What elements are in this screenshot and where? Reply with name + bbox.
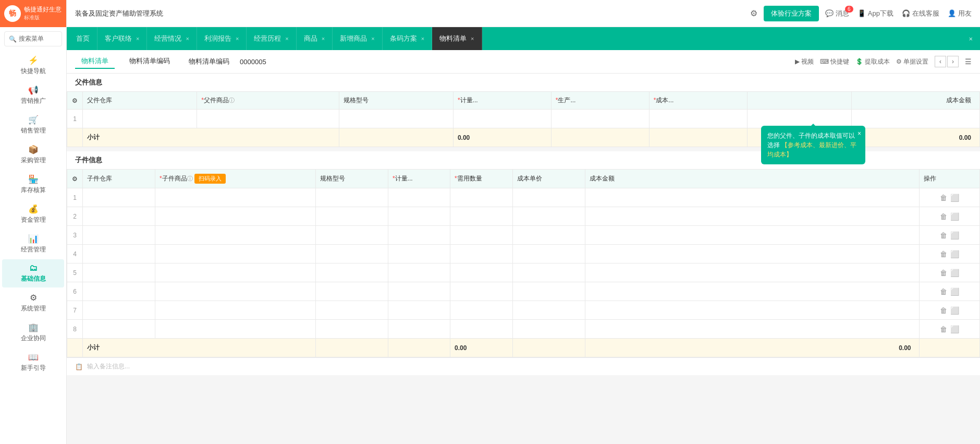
sidebar-item-inventory[interactable]: 🏪 库存核算 <box>2 170 64 199</box>
child-spec-4[interactable] <box>315 245 388 263</box>
page-tab-bom[interactable]: 物料清单 <box>75 54 115 69</box>
delete-icon-8[interactable]: 🗑 <box>940 325 947 333</box>
child-unit-5[interactable] <box>388 263 450 282</box>
child-unit-price-5[interactable] <box>513 263 585 282</box>
tab-profit[interactable]: 利润报告 × <box>197 27 247 50</box>
parent-production-1[interactable] <box>551 110 649 128</box>
child-product-1[interactable] <box>155 188 315 207</box>
child-unit-4[interactable] <box>388 245 450 263</box>
child-warehouse-5[interactable] <box>83 263 155 282</box>
sidebar-item-basic-info[interactable]: 🗂 基础信息 <box>2 259 64 287</box>
sidebar-item-purchase[interactable]: 📦 采购管理 <box>2 140 64 169</box>
scan-button[interactable]: 扫码录入 <box>194 174 226 184</box>
child-product-8[interactable] <box>155 320 315 339</box>
search-menu-button[interactable]: 🔍 搜索菜单 <box>4 31 62 46</box>
copy-icon-6[interactable]: ⬜ <box>950 287 959 296</box>
child-warehouse-7[interactable] <box>83 301 155 320</box>
view-mode-button[interactable]: ☰ <box>965 57 972 66</box>
child-unit-3[interactable] <box>388 226 450 245</box>
parent-product-1[interactable] <box>197 110 339 128</box>
tab-customer[interactable]: 客户联络 × <box>97 27 147 50</box>
doc-settings-action[interactable]: ⚙ 单据设置 <box>896 57 928 66</box>
child-product-3[interactable] <box>155 226 315 245</box>
child-unit-price-4[interactable] <box>513 245 585 263</box>
copy-icon-8[interactable]: ⬜ <box>950 325 959 333</box>
child-qty-3[interactable] <box>450 226 513 245</box>
delete-icon-3[interactable]: 🗑 <box>940 231 947 239</box>
sidebar-item-operations[interactable]: 📊 经营管理 <box>2 230 64 258</box>
user-menu-button[interactable]: 👤 用友 <box>948 9 972 18</box>
tab-new-goods[interactable]: 新增商品 × <box>333 27 382 50</box>
tab-operations[interactable]: 经营情况 × <box>147 27 197 50</box>
parent-cost-1[interactable] <box>649 110 747 128</box>
child-unit-1[interactable] <box>388 188 450 207</box>
copy-icon-2[interactable]: ⬜ <box>950 212 959 221</box>
delete-icon-2[interactable]: 🗑 <box>940 212 947 221</box>
sidebar-item-sales[interactable]: 🛒 销售管理 <box>2 111 64 139</box>
copy-icon-3[interactable]: ⬜ <box>950 231 959 239</box>
copy-icon-5[interactable]: ⬜ <box>950 269 959 277</box>
child-qty-1[interactable] <box>450 188 513 207</box>
child-warehouse-1[interactable] <box>83 188 155 207</box>
child-unit-6[interactable] <box>388 282 450 301</box>
sidebar-item-guide[interactable]: 📖 新手引导 <box>2 348 64 377</box>
child-unit-price-1[interactable] <box>513 188 585 207</box>
video-action[interactable]: ▶ 视频 <box>795 57 814 66</box>
sidebar-item-system[interactable]: ⚙ 系统管理 <box>2 289 64 317</box>
child-warehouse-2[interactable] <box>83 207 155 226</box>
child-product-5[interactable] <box>155 263 315 282</box>
child-unit-7[interactable] <box>388 301 450 320</box>
delete-icon-4[interactable]: 🗑 <box>940 250 947 258</box>
child-warehouse-8[interactable] <box>83 320 155 339</box>
parent-unit-1[interactable] <box>453 110 551 128</box>
tab-close-barcode[interactable]: × <box>421 35 424 42</box>
sidebar-item-enterprise[interactable]: 🏢 企业协同 <box>2 318 64 347</box>
child-spec-6[interactable] <box>315 282 388 301</box>
child-spec-8[interactable] <box>315 320 388 339</box>
tab-close-new-goods[interactable]: × <box>371 35 374 42</box>
child-warehouse-6[interactable] <box>83 282 155 301</box>
tab-close-operations[interactable]: × <box>186 35 189 42</box>
child-spec-5[interactable] <box>315 263 388 282</box>
child-unit-price-8[interactable] <box>513 320 585 339</box>
tab-history[interactable]: 经营历程 × <box>247 27 296 50</box>
delete-icon-5[interactable]: 🗑 <box>940 269 947 277</box>
page-tab-code[interactable]: 物料清单编码 <box>123 54 176 69</box>
note-text[interactable]: 输入备注信息... <box>87 362 130 371</box>
next-arrow[interactable]: › <box>947 56 959 67</box>
child-qty-8[interactable] <box>450 320 513 339</box>
delete-icon-6[interactable]: 🗑 <box>940 287 947 296</box>
child-unit-price-7[interactable] <box>513 301 585 320</box>
child-unit-8[interactable] <box>388 320 450 339</box>
parent-warehouse-1[interactable] <box>83 110 197 128</box>
tab-bom[interactable]: 物料清单 × <box>432 27 482 50</box>
child-unit-price-2[interactable] <box>513 207 585 226</box>
child-spec-1[interactable] <box>315 188 388 207</box>
child-product-4[interactable] <box>155 245 315 263</box>
close-all-tabs[interactable]: × <box>963 35 978 43</box>
experience-button[interactable]: 体验行业方案 <box>764 6 819 21</box>
extract-cost-action[interactable]: 💲 提取成本 <box>855 57 890 66</box>
parent-spec-1[interactable] <box>339 110 453 128</box>
child-warehouse-3[interactable] <box>83 226 155 245</box>
tab-barcode[interactable]: 条码方案 × <box>383 27 432 50</box>
child-product-7[interactable] <box>155 301 315 320</box>
child-qty-5[interactable] <box>450 263 513 282</box>
child-spec-2[interactable] <box>315 207 388 226</box>
online-service-button[interactable]: 🎧 在线客服 <box>902 9 939 18</box>
tab-close-bom[interactable]: × <box>471 35 474 42</box>
child-qty-7[interactable] <box>450 301 513 320</box>
child-spec-7[interactable] <box>315 301 388 320</box>
copy-icon-4[interactable]: ⬜ <box>950 250 959 258</box>
child-product-6[interactable] <box>155 282 315 301</box>
sidebar-item-marketing[interactable]: 📢 营销推广 <box>2 81 64 110</box>
prev-arrow[interactable]: ‹ <box>935 56 946 67</box>
tab-home[interactable]: 首页 <box>69 27 97 50</box>
settings-gear-button[interactable]: ⚙ <box>750 8 757 18</box>
child-qty-2[interactable] <box>450 207 513 226</box>
child-qty-6[interactable] <box>450 282 513 301</box>
tab-close-history[interactable]: × <box>285 35 288 42</box>
child-unit-2[interactable] <box>388 207 450 226</box>
tab-close-goods[interactable]: × <box>322 35 325 42</box>
delete-icon-1[interactable]: 🗑 <box>940 194 947 202</box>
